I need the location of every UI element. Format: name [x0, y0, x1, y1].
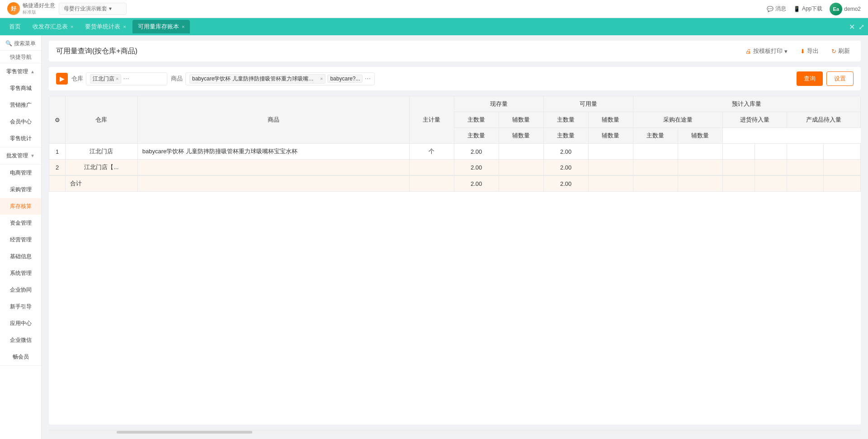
sidebar-item-marketing-label: 营销推广 [10, 101, 32, 109]
logo-icon: 好 [7, 2, 20, 15]
footer-pt-main [633, 175, 678, 192]
table-header-avail-main: 主数量 [543, 112, 588, 128]
avatar: Ea [830, 3, 842, 15]
page-title-bar: 可用量查询(按仓库+商品) 🖨 按模板打印 ▾ ⬇ 导出 ↻ 刷新 [49, 41, 861, 61]
product-tag-1-close[interactable]: × [320, 76, 323, 81]
row-1-fin-main [787, 144, 824, 160]
tab-fullscreen-icon[interactable]: ⤢ [859, 23, 864, 31]
warehouse-filter-tags[interactable]: 江北门店 × ··· [86, 72, 167, 85]
refresh-icon: ↻ [831, 48, 836, 55]
print-template-label: 按模板打印 [753, 47, 783, 55]
tab-close-all-icon[interactable]: ✕ [849, 23, 855, 31]
tab-order-stats-close[interactable]: × [123, 24, 126, 29]
username: demo2 [844, 6, 861, 12]
footer-stock-main: 2.00 [454, 175, 499, 192]
sidebar-item-ecommerce[interactable]: 电商管理 [0, 165, 41, 181]
sidebar-item-finance[interactable]: 资金管理 [0, 215, 41, 231]
sidebar-item-retail-mall[interactable]: 零售商城 [0, 80, 41, 97]
footer-empty-2 [137, 175, 409, 192]
tab-income-expense[interactable]: 收发存汇总表 × [27, 20, 79, 33]
sidebar-search[interactable]: 🔍 搜索菜单 [0, 35, 41, 51]
sidebar-item-marketing[interactable]: 营销推广 [0, 97, 41, 113]
app-download-button[interactable]: 📱 App下载 [793, 5, 822, 13]
message-button[interactable]: 💬 消息 [767, 5, 786, 13]
sidebar-item-retail-stats[interactable]: 零售统计 [0, 130, 41, 147]
tab-home[interactable]: 首页 [4, 20, 26, 33]
industry-label: 母婴行业演示账套 [64, 5, 107, 13]
chevron-icon: ▲ [30, 69, 35, 74]
logo-text-block: 畅捷通好生意 标准版 [23, 2, 55, 15]
row-1-stock-main: 2.00 [454, 144, 499, 160]
sidebar-section-ecommerce: 电商管理 采购管理 库存核算 资金管理 经营管理 基础信息 系统管理 企业协同 [0, 165, 41, 366]
search-icon: 🔍 [5, 40, 12, 47]
footer-avail-main: 2.00 [543, 175, 588, 192]
table-header-pt-main: 主数量 [454, 128, 499, 144]
sidebar-item-member[interactable]: 会员中心 [0, 113, 41, 130]
table-header-avail-sub: 辅数量 [588, 112, 633, 128]
logo-text: 畅捷通好生意 [23, 2, 55, 9]
sidebar-item-vip[interactable]: 畅会员 [0, 349, 41, 365]
scrollbar-thumb[interactable] [117, 431, 252, 434]
row-2-pt-main [633, 160, 678, 176]
sidebar-section-retail: 零售管理 ▲ 零售商城 营销推广 会员中心 零售统计 [0, 63, 41, 147]
refresh-button[interactable]: ↻ 刷新 [828, 45, 854, 57]
table-header-fin-sub: 辅数量 [678, 128, 722, 144]
sidebar-item-wholesale-mgmt-label: 批发管理 [6, 152, 28, 160]
top-bar: 好 畅捷通好生意 标准版 母婴行业演示账套 ▾ 💬 消息 📱 App下载 Ea … [0, 0, 868, 18]
logo-area: 好 畅捷通好生意 标准版 [7, 2, 55, 15]
sidebar-item-newbie[interactable]: 新手引导 [0, 298, 41, 315]
sidebar-item-newbie-label: 新手引导 [10, 303, 32, 311]
sidebar-item-enterprise-wechat-label: 企业微信 [10, 336, 32, 344]
table-header-finished: 产成品待入量 [787, 112, 860, 128]
warehouse-tag-1[interactable]: 江北门店 × [90, 74, 121, 84]
sidebar-item-retail-stats-label: 零售统计 [10, 135, 32, 142]
footer-pt-sub [678, 175, 722, 192]
product-filter-tags[interactable]: babycare学饮杯 儿童防摔防撞吸管杯重力球吸嘴杯宝宝水杯 × babyca… [185, 72, 375, 85]
sidebar-quick-nav-label: 快捷导航 [10, 54, 32, 60]
sidebar-item-vip-label: 畅会员 [13, 353, 29, 361]
industry-selector[interactable]: 母婴行业演示账套 ▾ [59, 3, 127, 15]
horizontal-scrollbar[interactable] [49, 430, 861, 434]
footer-label: 合计 [66, 175, 138, 192]
setting-button[interactable]: 设置 [826, 71, 854, 86]
tab-income-expense-label: 收发存汇总表 [33, 23, 68, 31]
sidebar-item-basics[interactable]: 基础信息 [0, 248, 41, 265]
tab-income-expense-close[interactable]: × [71, 24, 73, 29]
sidebar-item-enterprise-wechat[interactable]: 企业微信 [0, 332, 41, 349]
export-button[interactable]: ⬇ 导出 [797, 45, 822, 57]
tab-available-inventory-close[interactable]: × [182, 24, 184, 29]
sidebar-item-app-center[interactable]: 应用中心 [0, 315, 41, 332]
sidebar-item-inventory[interactable]: 库存核算 [0, 198, 41, 215]
product-tag-1[interactable]: babycare学饮杯 儿童防摔防撞吸管杯重力球吸嘴杯宝宝水杯 × [189, 74, 326, 84]
sidebar-item-enterprise[interactable]: 企业协同 [0, 282, 41, 298]
print-template-button[interactable]: 🖨 按模板打印 ▾ [742, 45, 791, 57]
user-menu[interactable]: Ea demo2 [830, 3, 861, 15]
page-title: 可用量查询(按仓库+商品) [56, 47, 137, 56]
print-icon: 🖨 [745, 48, 751, 55]
table-header-gear[interactable]: ⚙ [49, 96, 66, 144]
sidebar-item-purchase[interactable]: 采购管理 [0, 181, 41, 198]
query-button[interactable]: 查询 [797, 71, 823, 86]
sidebar: 🔍 搜索菜单 快捷导航 零售管理 ▲ 零售商城 营销推广 会员中心 零售统计 [0, 35, 42, 439]
chevron-down-icon: ▾ [109, 5, 112, 12]
refresh-label: 刷新 [838, 47, 850, 55]
sidebar-section-wholesale: 批发管理 ▼ [0, 147, 41, 165]
sidebar-item-operations-label: 经营管理 [10, 236, 32, 244]
row-1-fin-sub [824, 144, 861, 160]
warehouse-filter-more[interactable]: ··· [123, 75, 129, 83]
sidebar-item-system[interactable]: 系统管理 [0, 265, 41, 282]
sidebar-item-retail-mgmt[interactable]: 零售管理 ▲ [0, 63, 41, 80]
sidebar-item-wholesale-mgmt[interactable]: 批发管理 ▼ [0, 147, 41, 164]
tab-order-stats[interactable]: 要货单统计表 × [80, 20, 131, 33]
warehouse-tag-1-close[interactable]: × [116, 76, 118, 81]
filter-expand-button[interactable]: ▶ [56, 73, 68, 85]
sidebar-quick-nav[interactable]: 快捷导航 [0, 51, 41, 63]
product-tag-2[interactable]: babycare?... [327, 75, 363, 83]
tab-available-inventory[interactable]: 可用量库存账本 × [132, 20, 190, 33]
product-filter-more[interactable]: ··· [364, 75, 370, 83]
row-2-warehouse: 江北门店【... [66, 160, 138, 176]
sidebar-item-operations[interactable]: 经营管理 [0, 231, 41, 248]
table-header-purchase-transit: 采购在途量 [633, 112, 722, 128]
footer-fin-main [787, 175, 824, 192]
sidebar-item-enterprise-label: 企业协同 [10, 286, 32, 294]
